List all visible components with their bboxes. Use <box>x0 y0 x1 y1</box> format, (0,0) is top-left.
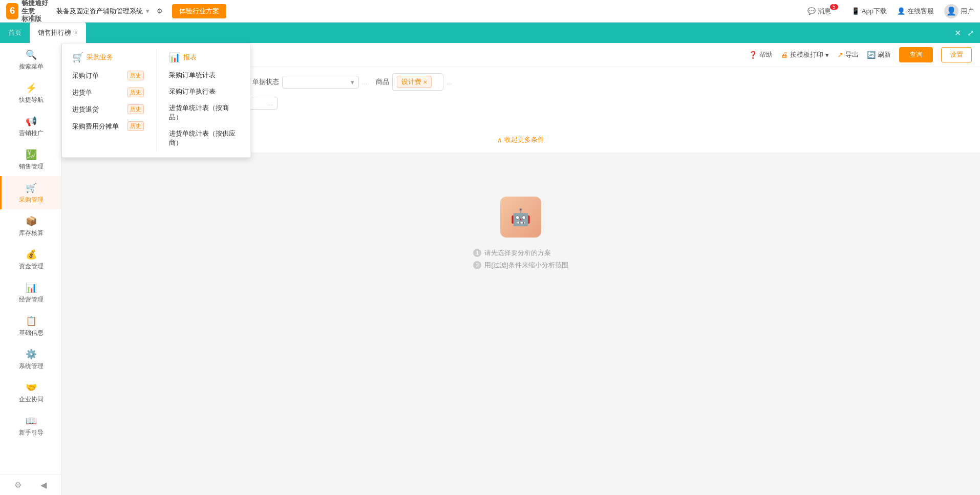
dropdown-item-purchase-fee[interactable]: 采购费用分摊单 历史 <box>68 118 148 135</box>
sidebar-item-purchase[interactable]: 🛒 采购管理 <box>0 176 61 209</box>
sidebar-item-guide[interactable]: 📖 新手引导 <box>0 409 61 442</box>
help-btn[interactable]: ❓ 帮助 <box>749 50 773 59</box>
export-icon: ↗ <box>837 51 843 59</box>
print-btn[interactable]: 🖨 按模板打印 ▾ <box>781 50 829 59</box>
topbar-right: 💬 消息 5 📱 App下载 👤 在线客服 👤 用户 <box>807 4 974 18</box>
dropdown-item-purchase-order[interactable]: 采购订单 历史 <box>68 67 148 84</box>
sidebar-bottom: ⚙ ◀ <box>0 475 61 495</box>
logo-icon: 6 <box>6 3 18 19</box>
user-label: 用户 <box>961 7 974 16</box>
dropdown-item-stock-in[interactable]: 进货单 历史 <box>68 84 148 101</box>
app-download-btn[interactable]: 📱 App下载 <box>851 7 887 16</box>
app-icon: 📱 <box>851 7 860 15</box>
setting-button[interactable]: 设置 <box>941 47 972 62</box>
refresh-icon: 🔄 <box>867 51 876 59</box>
dropdown-purchase-header: 🛒 采购业务 <box>68 50 148 67</box>
user-btn[interactable]: 👤 用户 <box>944 4 974 18</box>
help-label: 帮助 <box>759 50 773 59</box>
tip-num-2: 2 <box>473 261 481 269</box>
dropdown-purchase-col: 🛒 采购业务 采购订单 历史 进货单 历史 进货退货 历史 采购费用分摊单 历史 <box>62 50 154 151</box>
dropdown-item-purchase-order-exec[interactable]: 采购订单执行表 <box>165 83 245 100</box>
stock-stats-goods-label: 进货单统计表（按商品） <box>169 103 241 122</box>
goods-input[interactable]: 设计费 × <box>392 73 443 91</box>
industry-btn[interactable]: 体验行业方案 <box>172 4 226 18</box>
sidebar-label-guide: 新手引导 <box>19 428 44 437</box>
export-label: 导出 <box>845 50 859 59</box>
sidebar-label-purchase: 采购管理 <box>19 196 44 204</box>
collapse-label: 收起更多条件 <box>504 135 544 144</box>
online-service-btn[interactable]: 👤 在线客服 <box>897 7 934 16</box>
tab-sales-rank[interactable]: 销售排行榜 × <box>30 23 86 43</box>
filter-status: 单据状态 ▾ ... <box>252 76 368 89</box>
sidebar-item-marketing[interactable]: 📢 营销推广 <box>0 110 61 143</box>
tab-home[interactable]: 首页 <box>0 23 30 43</box>
purchase-order-stats-label: 采购订单统计表 <box>169 71 216 80</box>
purchase-dropdown-menu: 🛒 采购业务 采购订单 历史 进货单 历史 进货退货 历史 采购费用分摊单 历史… <box>61 43 251 158</box>
tab-sales-rank-label: 销售排行榜 <box>38 28 71 37</box>
avatar: 👤 <box>944 4 958 18</box>
system-dropdown-icon: ▾ <box>146 7 150 15</box>
empty-tip-2: 2 用[过滤]条件来缩小分析范围 <box>473 261 568 270</box>
status-label: 单据状态 <box>252 77 279 87</box>
sidebar-item-inventory[interactable]: 📦 库存核算 <box>0 209 61 243</box>
sidebar-item-operations[interactable]: 📊 经营管理 <box>0 276 61 309</box>
sidebar-item-system[interactable]: ⚙️ 系统管理 <box>0 342 61 376</box>
export-btn[interactable]: ↗ 导出 <box>837 50 859 59</box>
status-input[interactable]: ▾ <box>282 76 359 89</box>
print-label: 按模板打印 <box>790 50 823 59</box>
logo-text1: 畅捷通好生意 <box>22 0 52 15</box>
dropdown-item-stock-stats-goods[interactable]: 进货单统计表（按商品） <box>165 100 245 125</box>
inventory-icon: 📦 <box>26 216 37 227</box>
sidebar-item-search[interactable]: 🔍 搜索菜单 <box>0 43 61 76</box>
tab-expand-icon[interactable]: ⤢ <box>967 28 974 38</box>
sidebar-label-nav: 快捷导航 <box>19 96 44 104</box>
sidebar-item-sales[interactable]: 💹 销售管理 <box>0 143 61 176</box>
empty-tip-1: 1 请先选择要分析的方案 <box>473 248 568 257</box>
dropdown-item-purchase-order-stats[interactable]: 采购订单统计表 <box>165 67 245 83</box>
purchase-order-label: 采购订单 <box>72 71 99 80</box>
sidebar-collapse-btn[interactable]: ◀ <box>40 480 47 490</box>
goods-tag: 设计费 × <box>397 76 432 88</box>
sales-icon: 💹 <box>26 149 37 160</box>
tip-num-1: 1 <box>473 249 481 257</box>
stock-stats-supplier-label: 进货单统计表（按供应商） <box>169 129 241 147</box>
sidebar-item-nav[interactable]: ⚡ 快捷导航 <box>0 76 61 110</box>
system-selector[interactable]: 装备及固定资产辅助管理系统 ▾ <box>56 7 150 16</box>
online-service-label: 在线客服 <box>907 7 934 16</box>
dropdown-divider <box>156 50 157 151</box>
status-ellipsis: ... <box>362 78 368 86</box>
refresh-label: 刷新 <box>878 50 891 59</box>
goods-tag-close[interactable]: × <box>423 78 428 86</box>
guide-icon: 📖 <box>26 415 37 426</box>
sidebar-item-base[interactable]: 📋 基础信息 <box>0 309 61 342</box>
tab-close-icon[interactable]: × <box>74 29 78 36</box>
purchase-fee-label: 采购费用分摊单 <box>72 122 119 131</box>
status-dropdown-icon: ▾ <box>351 78 354 86</box>
refresh-btn[interactable]: 🔄 刷新 <box>867 50 891 59</box>
logo-sub: 标准版 <box>22 15 52 23</box>
goods-ellipsis: ... <box>446 78 452 86</box>
purchase-order-hist: 历史 <box>127 71 144 80</box>
system-name: 装备及固定资产辅助管理系统 <box>56 7 143 16</box>
dropdown-item-stock-stats-supplier[interactable]: 进货单统计表（按供应商） <box>165 125 245 151</box>
help-icon: ❓ <box>749 51 757 59</box>
stock-return-hist: 历史 <box>127 104 144 114</box>
tab-close-all-icon[interactable]: ✕ <box>954 28 961 38</box>
sidebar-label-sales: 销售管理 <box>19 162 44 171</box>
message-btn[interactable]: 💬 消息 5 <box>807 7 841 16</box>
collapse-btn[interactable]: ∧ 收起更多条件 <box>497 135 544 144</box>
dropdown-report-header: 📊 报表 <box>165 50 245 67</box>
print-dropdown-icon: ▾ <box>825 51 829 59</box>
report-col-icon: 📊 <box>169 52 180 63</box>
message-icon: 💬 <box>807 7 816 15</box>
sidebar-item-cooperation[interactable]: 🤝 企业协同 <box>0 376 61 409</box>
dropdown-item-stock-return[interactable]: 进货退货 历史 <box>68 101 148 118</box>
tabbar-actions: ✕ ⤢ <box>954 28 980 38</box>
finance-icon: 💰 <box>26 249 37 260</box>
sidebar-item-finance[interactable]: 💰 资金管理 <box>0 243 61 276</box>
sidebar: 🔍 搜索菜单 ⚡ 快捷导航 📢 营销推广 💹 销售管理 🛒 采购管理 📦 库存核… <box>0 43 61 495</box>
query-button[interactable]: 查询 <box>899 47 933 62</box>
purchase-order-exec-label: 采购订单执行表 <box>169 87 216 96</box>
settings-icon[interactable]: ⚙ <box>153 4 167 18</box>
sidebar-settings-btn[interactable]: ⚙ <box>14 480 22 490</box>
